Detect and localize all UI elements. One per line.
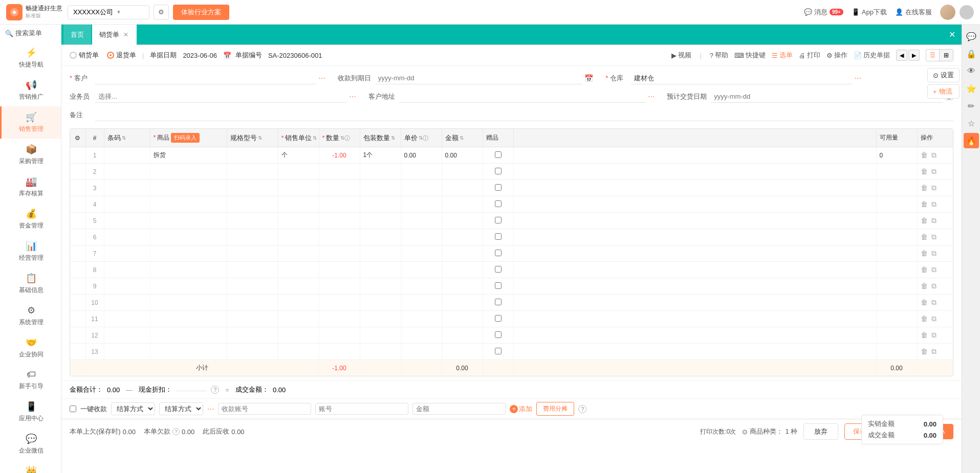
copy-row-icon[interactable]: ⧉ [931, 331, 937, 340]
delete-row-icon[interactable]: 🗑 [921, 314, 928, 323]
copy-row-icon[interactable]: ⧉ [931, 151, 937, 160]
customer-dots-icon[interactable]: ··· [316, 74, 325, 83]
delete-row-icon[interactable]: 🗑 [921, 200, 928, 208]
sidebar-item-operations[interactable]: 📊 经营管理 [0, 235, 61, 267]
online-service-item[interactable]: 👤 在线客服 [895, 8, 932, 17]
cell-gift[interactable] [483, 327, 513, 344]
settings-gear-button[interactable]: ⚙ [154, 5, 169, 20]
copy-row-icon[interactable]: ⧉ [931, 347, 937, 356]
cell-gift[interactable] [483, 278, 513, 295]
expense-btn[interactable]: 费用分摊 [536, 402, 574, 416]
settlement-select[interactable]: 结算方式 [111, 402, 155, 415]
calendar-icon[interactable]: 📅 [223, 52, 231, 59]
customer-addr-input[interactable] [399, 91, 646, 103]
cell-gift[interactable] [483, 262, 513, 278]
tab-close-icon[interactable]: ✕ [122, 30, 129, 39]
sidebar-item-finance[interactable]: 💰 资金管理 [0, 203, 61, 235]
scan-btn[interactable]: 扫码录入 [171, 133, 200, 143]
flow-button[interactable]: + 物流 [927, 84, 960, 99]
delete-row-icon[interactable]: 🗑 [921, 184, 928, 192]
copy-row-icon[interactable]: ⧉ [931, 298, 937, 307]
warehouse-dots-icon[interactable]: ··· [853, 74, 861, 83]
next-arrow[interactable]: ▶ [908, 50, 920, 61]
radio-return[interactable]: 退货单 [107, 51, 136, 60]
discount-value[interactable] [176, 389, 207, 391]
select-btn[interactable]: ☰ 选单 [772, 51, 793, 60]
delete-row-icon[interactable]: 🗑 [921, 298, 928, 306]
sidebar-item-marketing[interactable]: 📢 营销推广 [0, 74, 61, 106]
delete-row-icon[interactable]: 🗑 [921, 167, 928, 175]
prev-arrow[interactable]: ◀ [896, 50, 907, 61]
sidebar-item-purchase[interactable]: 📦 采购管理 [0, 139, 61, 171]
cell-gift[interactable] [483, 344, 513, 360]
sidebar-item-quick-nav[interactable]: ⚡ 快捷导航 [0, 42, 61, 74]
user-avatar-2[interactable] [960, 5, 974, 19]
side-edit-icon[interactable]: ✏ [964, 98, 979, 114]
tab-home[interactable]: 首页 [63, 25, 91, 45]
side-comment-icon[interactable]: 💬 [964, 29, 979, 44]
sidebar-item-newbie[interactable]: 🏷 新手引导 [0, 364, 61, 396]
sidebar-search[interactable]: 🔍 搜索菜单 [0, 25, 61, 42]
side-star-icon[interactable]: ☆ [964, 116, 979, 131]
amount-input[interactable] [412, 403, 506, 415]
side-lock-icon[interactable]: 🔒 [964, 46, 979, 61]
sidebar-item-inventory[interactable]: 🏭 库存核算 [0, 171, 61, 203]
sidebar-item-basics[interactable]: 📋 基础信息 [0, 267, 61, 300]
side-hot-icon[interactable]: 🔥 [964, 133, 979, 148]
expected-date-input[interactable] [711, 91, 943, 103]
due-date-input[interactable] [375, 72, 583, 84]
settlement-method-select[interactable]: 结算方式 [159, 402, 203, 415]
copy-row-icon[interactable]: ⧉ [931, 184, 937, 192]
tab-close-all[interactable]: ✕ [949, 30, 955, 39]
copy-row-icon[interactable]: ⧉ [931, 282, 937, 290]
history-btn[interactable]: 📄 历史单据 [854, 51, 890, 60]
form-settings-button[interactable]: ⊙ 设置 [927, 68, 960, 82]
company-selector[interactable]: XXXXXX公司 ▼ [68, 5, 149, 19]
sidebar-item-appcenter[interactable]: 📱 应用中心 [0, 396, 61, 428]
discard-button[interactable]: 放弃 [803, 423, 838, 440]
addr-dots-icon[interactable]: ··· [646, 92, 655, 101]
expense-help-icon[interactable]: ? [578, 405, 586, 413]
delete-row-icon[interactable]: 🗑 [921, 233, 928, 241]
copy-row-icon[interactable]: ⧉ [931, 216, 937, 225]
cell-gift[interactable] [483, 196, 513, 213]
delete-row-icon[interactable]: 🗑 [921, 282, 928, 290]
copy-row-icon[interactable]: ⧉ [931, 314, 937, 323]
user-avatar[interactable] [940, 5, 955, 20]
operate-btn[interactable]: ⚙ 操作 [826, 51, 847, 60]
sidebar-item-sales[interactable]: 🛒 销售管理 [0, 106, 61, 139]
trial-button[interactable]: 体验行业方案 [173, 5, 229, 20]
sidebar-item-wechat[interactable]: 💬 企业微信 [0, 428, 61, 460]
delete-row-icon[interactable]: 🗑 [921, 151, 928, 159]
copy-row-icon[interactable]: ⧉ [931, 167, 937, 176]
print-btn[interactable]: 🖨 打印 [799, 51, 820, 60]
cell-gift[interactable] [483, 245, 513, 262]
salesperson-dots-icon[interactable]: ··· [347, 92, 356, 101]
shortcut-btn[interactable]: ⌨ 快捷键 [734, 51, 766, 60]
cell-gift[interactable] [483, 295, 513, 311]
one-click-payment-checkbox[interactable] [70, 406, 76, 412]
copy-row-icon[interactable]: ⧉ [931, 200, 937, 209]
cell-gift[interactable] [483, 311, 513, 327]
delete-row-icon[interactable]: 🗑 [921, 347, 928, 355]
tab-salesorder[interactable]: 销货单 ✕ [92, 25, 137, 45]
delete-row-icon[interactable]: 🗑 [921, 265, 928, 274]
copy-row-icon[interactable]: ⧉ [931, 265, 937, 274]
copy-row-icon[interactable]: ⧉ [931, 233, 937, 241]
video-btn[interactable]: ▶ 视频 [671, 51, 691, 60]
customer-input[interactable] [95, 72, 316, 84]
side-bookmark-icon[interactable]: ⭐ [964, 81, 979, 96]
side-eye-icon[interactable]: 👁 [964, 63, 979, 79]
sidebar-item-collab[interactable]: 🤝 企业协同 [0, 332, 61, 364]
delete-row-icon[interactable]: 🗑 [921, 249, 928, 257]
delete-row-icon[interactable]: 🗑 [921, 216, 928, 224]
owed-help-icon[interactable]: ? [172, 428, 180, 435]
notice-item[interactable]: 💬 消息 99+ [804, 8, 843, 17]
sidebar-item-system[interactable]: ⚙ 系统管理 [0, 300, 61, 332]
app-download-item[interactable]: 📱 App下载 [852, 8, 887, 17]
cell-gift[interactable] [483, 164, 513, 180]
delete-row-icon[interactable]: 🗑 [921, 331, 928, 339]
discount-help-icon[interactable]: ? [211, 386, 219, 394]
grid-view-btn[interactable]: ⊞ [940, 50, 953, 61]
copy-row-icon[interactable]: ⧉ [931, 249, 937, 258]
